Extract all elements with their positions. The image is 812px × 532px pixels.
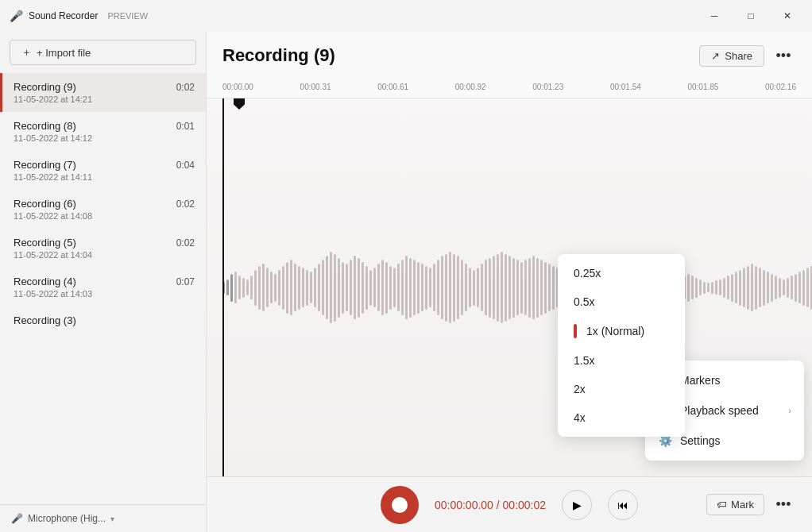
import-file-button[interactable]: ＋ + Import file	[10, 40, 196, 65]
waveform-bar-3	[234, 272, 237, 303]
waveform-bar-63	[473, 270, 475, 306]
waveform-bar-40	[381, 260, 384, 315]
waveform-bar-28	[334, 254, 336, 322]
timeline: 00:00.0000:00.3100:00.6100:00.9200:01.23…	[207, 76, 812, 98]
recording-name: Recording (9)	[14, 81, 76, 93]
waveform-bar-6	[246, 279, 249, 295]
content-header: Recording (9) ↗ Share •••	[207, 32, 812, 76]
recording-list-item-5[interactable]: Recording (4) 0:07 11-05-2022 at 14:03	[0, 268, 206, 306]
recording-duration: 0:02	[176, 82, 195, 93]
waveform-bar-139	[775, 276, 777, 299]
waveform-bar-79	[536, 258, 539, 318]
waveform-bar-77	[528, 258, 531, 318]
waveform-bar-80	[540, 260, 543, 315]
record-button[interactable]	[381, 486, 419, 524]
playback-more-button[interactable]: •••	[771, 492, 796, 518]
recording-list-item-1[interactable]: Recording (8) 0:01 11-05-2022 at 14:12	[0, 112, 206, 151]
total-time: 00:00:02	[503, 499, 547, 511]
waveform-bar-34	[358, 258, 360, 318]
mark-button[interactable]: 🏷 Mark	[706, 494, 764, 515]
waveform-bar-137	[767, 272, 769, 303]
waveform-bar-61	[465, 264, 467, 311]
waveform-bar-7	[250, 276, 253, 299]
waveform-bar-66	[485, 260, 487, 315]
waveform-bar-57	[449, 252, 451, 323]
waveform-bar-17	[290, 260, 292, 315]
waveform-bar-48	[413, 260, 416, 315]
mark-icon: 🏷	[717, 499, 727, 511]
share-label: Share	[725, 50, 752, 62]
waveform-bar-126	[723, 278, 725, 298]
waveform-bar-78	[532, 256, 535, 319]
speed-item-1[interactable]: 0.5x	[558, 287, 685, 316]
waveform-bar-59	[457, 256, 459, 319]
waveform-bar-5	[242, 278, 245, 298]
waveform-bar-125	[719, 279, 721, 295]
timeline-mark-1: 00:00.31	[300, 83, 331, 91]
window-controls: ─ □ ✕	[696, 3, 806, 29]
share-button[interactable]: ↗ Share	[699, 45, 764, 67]
close-button[interactable]: ✕	[769, 3, 806, 29]
waveform-bar-30	[342, 262, 344, 314]
sidebar-footer[interactable]: 🎤 Microphone (Hig... ▾	[0, 504, 206, 532]
play-icon: ▶	[573, 499, 582, 511]
context-label-1: Playback speed	[680, 404, 759, 417]
speed-item-4[interactable]: 2x	[558, 375, 685, 403]
waveform-bar-70	[501, 252, 503, 323]
recording-list: Recording (9) 0:02 11-05-2022 at 14:21 R…	[0, 73, 206, 504]
waveform-bar-16	[286, 262, 288, 314]
waveform-bar-54	[437, 260, 439, 315]
waveform-bar-44	[397, 264, 400, 311]
waveform-bar-145	[798, 272, 801, 303]
recording-duration: 0:02	[176, 199, 195, 210]
waveform-bar-134	[755, 266, 757, 310]
minimize-button[interactable]: ─	[696, 3, 733, 29]
playhead	[222, 98, 224, 476]
speed-item-0[interactable]: 0.25x	[558, 259, 685, 287]
speed-label-5: 4x	[574, 411, 586, 424]
waveform-bar-19	[298, 266, 300, 310]
recording-list-item-2[interactable]: Recording (7) 0:04 11-05-2022 at 14:11	[0, 151, 206, 190]
waveform-bar-2	[230, 274, 233, 302]
waveform-bar-32	[350, 260, 352, 315]
waveform-bar-130	[739, 270, 741, 306]
record-icon	[392, 497, 408, 513]
waveform-bar-138	[771, 274, 773, 302]
play-button[interactable]: ▶	[562, 490, 592, 520]
skip-to-start-button[interactable]: ⏮	[608, 490, 638, 520]
speed-item-2[interactable]: 1x (Normal)	[558, 316, 685, 346]
waveform-bar-46	[405, 256, 408, 319]
footer-mic-label: Microphone (Hig...	[28, 513, 106, 524]
waveform-bar-13	[274, 274, 276, 302]
waveform-bar-58	[453, 254, 455, 322]
recording-name: Recording (6)	[14, 198, 76, 210]
speed-label-3: 1.5x	[574, 354, 594, 367]
waveform-bar-55	[441, 256, 443, 319]
waveform-bar-129	[735, 272, 737, 303]
maximize-button[interactable]: □	[733, 3, 769, 29]
recording-list-item-0[interactable]: Recording (9) 0:02 11-05-2022 at 14:21	[0, 73, 206, 112]
speed-label-4: 2x	[574, 383, 586, 395]
main-layout: ＋ + Import file Recording (9) 0:02 11-05…	[0, 32, 812, 532]
speed-item-5[interactable]: 4x	[558, 403, 685, 432]
waveform-bar-64	[477, 268, 479, 307]
more-options-button[interactable]: •••	[771, 43, 796, 68]
waveform-bar-14	[278, 270, 280, 306]
timeline-mark-6: 00:01.85	[687, 83, 718, 91]
waveform-bar-120	[699, 279, 702, 295]
footer-chevron-icon: ▾	[110, 515, 114, 523]
waveform-bar-82	[548, 264, 551, 311]
recording-list-item-6[interactable]: Recording (3)	[0, 306, 206, 336]
timeline-marks: 00:00.0000:00.3100:00.6100:00.9200:01.23…	[222, 83, 796, 91]
playback-bar: 00:00:00.00 / 00:00:02 ▶ ⏮ 🏷 Mark •••	[207, 476, 812, 532]
recording-list-item-4[interactable]: Recording (5) 0:02 11-05-2022 at 14:04	[0, 229, 206, 268]
waveform-bar-38	[373, 268, 376, 307]
titlebar: 🎤 Sound Recorder PREVIEW ─ □ ✕	[0, 0, 812, 32]
recording-title: Recording (9)	[222, 45, 335, 66]
recording-name: Recording (8)	[14, 120, 76, 132]
import-icon: ＋	[21, 45, 32, 60]
recording-list-item-3[interactable]: Recording (6) 0:02 11-05-2022 at 14:08	[0, 190, 206, 229]
speed-item-3[interactable]: 1.5x	[558, 346, 685, 375]
waveform-bar-83	[552, 266, 555, 310]
share-icon: ↗	[711, 50, 720, 62]
